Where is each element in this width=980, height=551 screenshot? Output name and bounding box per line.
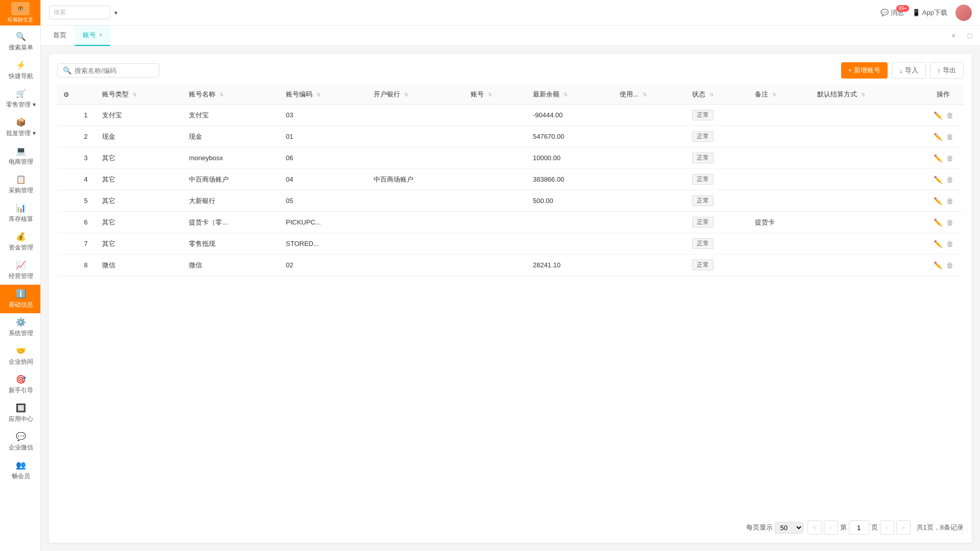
sidebar-item-1[interactable]: ⚡ 快捷导航 bbox=[0, 56, 40, 85]
row-gear-7 bbox=[57, 255, 76, 276]
col-status[interactable]: 状态 ⇅ bbox=[686, 85, 749, 105]
row-name-0: 支付宝 bbox=[183, 105, 280, 126]
row-status-0: 正常 bbox=[686, 105, 749, 126]
tab-home-label: 首页 bbox=[53, 31, 66, 40]
topbar-right: 💬 消息 99+ 📱 App下载 bbox=[880, 5, 972, 21]
sidebar-label-3: 批发管理 ▾ bbox=[6, 129, 35, 138]
delete-icon-0[interactable]: 🗑 bbox=[946, 111, 953, 119]
delete-icon-4[interactable]: 🗑 bbox=[946, 197, 953, 205]
sidebar-label-1: 快捷导航 bbox=[9, 72, 33, 81]
edit-icon-4[interactable]: ✏️ bbox=[934, 197, 942, 205]
page-size-select[interactable]: 50 10 20 100 bbox=[775, 522, 803, 534]
next-page-button[interactable]: › bbox=[880, 520, 894, 535]
row-balance-5 bbox=[527, 212, 614, 233]
top-search-box[interactable]: 搜索 bbox=[49, 6, 110, 19]
row-usage-7 bbox=[614, 255, 686, 276]
add-account-button[interactable]: + 新增账号 bbox=[841, 62, 888, 79]
delete-icon-1[interactable]: 🗑 bbox=[946, 133, 953, 141]
dropdown-btn[interactable]: ▾ bbox=[114, 9, 117, 16]
col-balance[interactable]: 最新余额 ⇅ bbox=[527, 85, 614, 105]
window-close-button[interactable]: × bbox=[947, 30, 960, 42]
sidebar-item-2[interactable]: 🛒 零售管理 ▾ bbox=[0, 85, 40, 113]
col-bank[interactable]: 开户银行 ⇅ bbox=[368, 85, 464, 105]
message-button[interactable]: 💬 消息 99+ bbox=[880, 8, 904, 17]
col-name[interactable]: 账号名称 ⇅ bbox=[183, 85, 280, 105]
table-row: 2 现金 现金 01 547670.00 正常 ✏️ 🗑 bbox=[57, 126, 964, 147]
delete-icon-5[interactable]: 🗑 bbox=[946, 218, 953, 227]
tab-account[interactable]: 账号 × bbox=[75, 26, 110, 46]
edit-icon-2[interactable]: ✏️ bbox=[934, 154, 942, 162]
app-label: App下载 bbox=[922, 8, 947, 17]
row-account-4 bbox=[464, 190, 527, 212]
edit-icon-5[interactable]: ✏️ bbox=[934, 218, 942, 227]
accounts-table: ⚙ 账号类型 ⇅ 账号名称 ⇅ 账号编码 ⇅ 开户银行 ⇅ 账号 ⇅ 最新余额 … bbox=[57, 85, 964, 276]
sidebar-icon-14: 💬 bbox=[16, 432, 26, 441]
edit-icon-7[interactable]: ✏️ bbox=[934, 261, 942, 269]
row-type-4: 其它 bbox=[96, 190, 183, 212]
sidebar-icon-2: 🛒 bbox=[16, 89, 26, 98]
user-avatar[interactable] bbox=[955, 5, 972, 21]
export-button[interactable]: ↑ 导出 bbox=[930, 62, 964, 79]
sidebar-label-7: 资金管理 bbox=[9, 243, 33, 252]
row-name-7: 微信 bbox=[183, 255, 280, 276]
col-note[interactable]: 备注 ⇅ bbox=[749, 85, 811, 105]
row-account-7 bbox=[464, 255, 527, 276]
col-type[interactable]: 账号类型 ⇅ bbox=[96, 85, 183, 105]
content-area: 🔍 + 新增账号 ↓ 导入 ↑ 导出 bbox=[41, 46, 980, 551]
sidebar-item-5[interactable]: 📋 采购管理 bbox=[0, 170, 40, 199]
sidebar-item-6[interactable]: 📊 库存核算 bbox=[0, 199, 40, 228]
sidebar-label-5: 采购管理 bbox=[9, 186, 33, 195]
search-box[interactable]: 🔍 bbox=[57, 63, 159, 78]
row-gear-3 bbox=[57, 169, 76, 190]
sidebar-item-7[interactable]: 💰 资金管理 bbox=[0, 228, 40, 256]
col-default-pay[interactable]: 默认结算方式 ⇅ bbox=[811, 85, 923, 105]
first-page-button[interactable]: « bbox=[807, 520, 822, 535]
tab-home[interactable]: 首页 bbox=[45, 26, 75, 46]
message-icon: 💬 bbox=[880, 9, 889, 16]
chevron-down-icon: ▾ bbox=[114, 9, 117, 16]
sidebar-item-10[interactable]: ⚙️ 系统管理 bbox=[0, 313, 40, 342]
sidebar-item-9[interactable]: ℹ️ 基础信息 bbox=[0, 285, 40, 313]
sidebar-item-3[interactable]: 📦 批发管理 ▾ bbox=[0, 113, 40, 142]
search-input[interactable] bbox=[75, 67, 154, 74]
app-download-button[interactable]: 📱 App下载 bbox=[912, 8, 947, 17]
sidebar-item-11[interactable]: 🤝 企业协同 bbox=[0, 342, 40, 370]
page-number-input[interactable] bbox=[849, 520, 869, 535]
import-button[interactable]: ↓ 导入 bbox=[892, 62, 926, 79]
window-maximize-button[interactable]: □ bbox=[964, 30, 976, 42]
delete-icon-3[interactable]: 🗑 bbox=[946, 176, 953, 184]
pagination: 每页显示 50 10 20 100 « ‹ 第 页 bbox=[57, 514, 964, 535]
last-page-button[interactable]: » bbox=[896, 520, 911, 535]
sidebar-item-12[interactable]: 🎯 新手引导 bbox=[0, 370, 40, 399]
row-type-3: 其它 bbox=[96, 169, 183, 190]
edit-icon-6[interactable]: ✏️ bbox=[934, 240, 942, 248]
table-row: 5 其它 大新银行 05 500.00 正常 ✏️ 🗑 bbox=[57, 190, 964, 212]
sidebar-item-14[interactable]: 💬 企业微信 bbox=[0, 428, 40, 456]
row-gear-4 bbox=[57, 190, 76, 212]
sidebar-item-0[interactable]: 🔍 搜索菜单 bbox=[0, 28, 40, 56]
delete-icon-7[interactable]: 🗑 bbox=[946, 261, 953, 269]
edit-icon-0[interactable]: ✏️ bbox=[934, 111, 942, 119]
sidebar-item-8[interactable]: 📈 经营管理 bbox=[0, 256, 40, 285]
table-row: 3 其它 moneybosx 06 10000.00 正常 ✏️ 🗑 bbox=[57, 147, 964, 169]
row-index-2: 3 bbox=[76, 147, 96, 169]
sidebar-item-4[interactable]: 💻 电商管理 bbox=[0, 142, 40, 170]
col-code[interactable]: 账号编码 ⇅ bbox=[280, 85, 368, 105]
row-usage-6 bbox=[614, 233, 686, 255]
delete-icon-2[interactable]: 🗑 bbox=[946, 154, 953, 162]
col-usage[interactable]: 使用... ⇅ bbox=[614, 85, 686, 105]
row-bank-3: 中百商场账户 bbox=[368, 169, 464, 190]
delete-icon-6[interactable]: 🗑 bbox=[946, 240, 953, 248]
col-account[interactable]: 账号 ⇅ bbox=[464, 85, 527, 105]
sidebar-icon-13: 🔲 bbox=[16, 403, 26, 413]
row-note-7 bbox=[749, 255, 811, 276]
tab-close-icon[interactable]: × bbox=[99, 32, 102, 38]
sidebar-item-15[interactable]: 👥 畅会员 bbox=[0, 456, 40, 485]
prev-page-button[interactable]: ‹ bbox=[824, 520, 838, 535]
row-balance-0: -90444.00 bbox=[527, 105, 614, 126]
table-row: 8 微信 微信 02 28241.10 正常 ✏️ 🗑 bbox=[57, 255, 964, 276]
edit-icon-3[interactable]: ✏️ bbox=[934, 176, 942, 184]
sidebar-item-13[interactable]: 🔲 应用中心 bbox=[0, 399, 40, 428]
edit-icon-1[interactable]: ✏️ bbox=[934, 133, 942, 141]
col-gear[interactable]: ⚙ bbox=[57, 85, 76, 105]
